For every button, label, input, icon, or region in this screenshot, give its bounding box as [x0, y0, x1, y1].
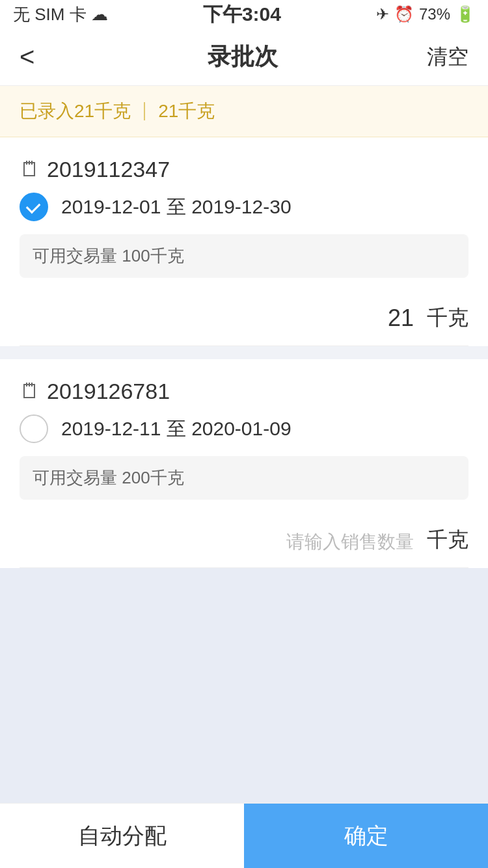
no-sim-text: 无 SIM 卡 ☁: [13, 3, 108, 26]
batch-1-date-row: 2019-12-01 至 2019-12-30: [20, 193, 468, 221]
batch-2-input-row: 千克: [20, 513, 468, 568]
confirm-button[interactable]: 确定: [244, 804, 488, 868]
summary-label: 已录入21千克: [20, 99, 131, 124]
back-button[interactable]: <: [20, 42, 59, 72]
batch-2-radio[interactable]: [20, 414, 48, 443]
status-bar: 无 SIM 卡 ☁ 下午3:04 ✈ ⏰ 73% 🔋: [0, 0, 488, 29]
clear-button[interactable]: 清空: [427, 43, 468, 72]
page-title: 录批次: [208, 41, 278, 73]
batch-item-1: 🗒 2019112347 2019-12-01 至 2019-12-30 可用交…: [0, 137, 488, 346]
section-divider-1: [0, 346, 488, 359]
summary-divider: [144, 102, 145, 120]
battery-text: 73%: [419, 5, 450, 23]
batch-1-unit: 千克: [427, 304, 468, 332]
status-left: 无 SIM 卡 ☁: [13, 3, 108, 26]
alarm-icon: ⏰: [394, 5, 414, 23]
location-icon: ✈: [376, 5, 389, 23]
batch-2-header: 🗒 2019126781: [20, 379, 468, 404]
batch-1-quantity-input[interactable]: [284, 305, 414, 332]
summary-amount: 21千克: [158, 99, 215, 124]
batch-1-icon: 🗒: [20, 157, 40, 182]
batch-2-availability: 可用交易量 200千克: [20, 456, 468, 500]
summary-bar: 已录入21千克 21千克: [0, 86, 488, 137]
batch-2-unit: 千克: [427, 526, 468, 554]
auto-distribute-button[interactable]: 自动分配: [0, 804, 244, 868]
batch-2-quantity-input[interactable]: [284, 526, 414, 554]
bottom-bar: 自动分配 确定: [0, 803, 488, 868]
batch-item-2: 🗒 2019126781 2019-12-11 至 2020-01-09 可用交…: [0, 359, 488, 568]
batch-2-id: 2019126781: [47, 379, 170, 404]
main-content: 🗒 2019112347 2019-12-01 至 2019-12-30 可用交…: [0, 137, 488, 868]
batch-2-icon: 🗒: [20, 379, 40, 403]
status-right: ✈ ⏰ 73% 🔋: [376, 5, 475, 23]
batch-1-date: 2019-12-01 至 2019-12-30: [61, 194, 291, 221]
nav-bar: < 录批次 清空: [0, 29, 488, 86]
empty-area: [0, 568, 488, 828]
batch-1-header: 🗒 2019112347: [20, 157, 468, 182]
batch-2-date: 2019-12-11 至 2020-01-09: [61, 416, 291, 442]
batch-2-date-row: 2019-12-11 至 2020-01-09: [20, 414, 468, 443]
battery-icon: 🔋: [455, 5, 475, 23]
batch-1-input-row: 千克: [20, 291, 468, 346]
batch-1-id: 2019112347: [47, 157, 170, 182]
batch-1-radio[interactable]: [20, 193, 48, 221]
batch-1-availability: 可用交易量 100千克: [20, 234, 468, 278]
status-time: 下午3:04: [203, 1, 281, 28]
